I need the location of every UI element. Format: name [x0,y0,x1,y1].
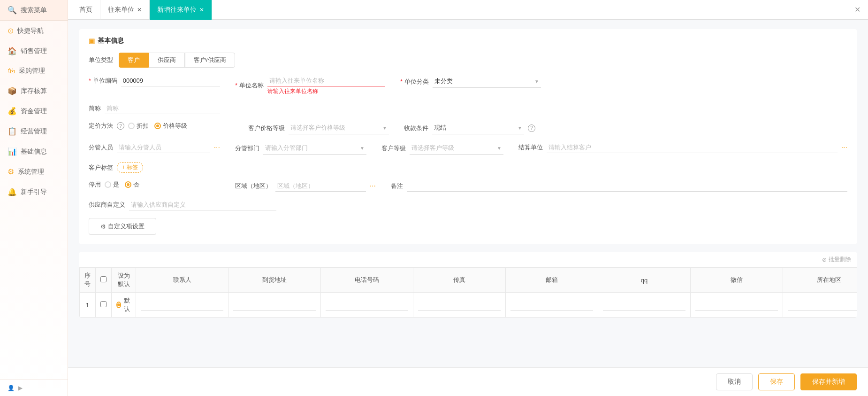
customer-level-select[interactable]: 请选择客户等级 ▼ [410,142,503,155]
sidebar-item-basic[interactable]: 📊 基础信息 [0,141,68,162]
col-address: 到货地址 [228,268,321,293]
dept-select[interactable]: 请输入分管部门 ▼ [263,142,366,155]
remark-input[interactable] [407,180,847,192]
fax-input[interactable] [418,299,501,311]
sidebar-bottom: 👤 ▶ [0,380,68,396]
tab-bar: 首页 往来单位 ✕ 新增往来单位 ✕ ✕ [68,0,868,20]
settlement-input[interactable] [547,142,838,153]
section-title-icon: ▣ [89,37,95,45]
page-content: ▣ 基本信息 单位类型 客户 供应商 客户/供应商 单位编码 [68,20,868,367]
close-new-partner-tab[interactable]: ✕ [199,7,204,13]
unit-type-customer[interactable]: 客户 [119,53,149,68]
qq-input[interactable] [603,299,685,311]
customer-level-label: 客户等级 [381,144,406,153]
sales-icon: 🏠 [8,47,17,55]
region-input[interactable] [275,180,366,192]
disabled-yes[interactable]: 是 [105,180,119,189]
sidebar-item-sales[interactable]: 🏠 销售管理 [0,41,68,61]
select-all-checkbox[interactable] [100,276,107,282]
pricing-discount-radio [128,123,135,129]
col-seq: 序号 [80,268,96,293]
disabled-radio-group: 是 否 [105,180,139,189]
email-input[interactable] [510,299,593,311]
row-default[interactable]: 默认 [112,293,136,318]
phone-input[interactable] [326,299,408,311]
row-seq: 1 [80,293,96,318]
row-email[interactable] [506,293,598,318]
row-check[interactable] [96,293,112,318]
save-button[interactable]: 保存 [758,373,795,390]
settlement-more-btn[interactable]: ··· [841,143,847,152]
row-qq[interactable] [598,293,691,318]
row-fax[interactable] [413,293,506,318]
table-header-row: 序号 设为默认 联系人 到货地址 电话号码 传真 邮箱 qq 微信 所在地区 操… [80,268,857,293]
dept-label: 分管部门 [235,144,259,153]
contacts-table-section: ⊘ 批量删除 序号 设为默认 联系人 到货地址 电话号码 传真 邮箱 qq [79,252,857,318]
payment-terms-value: 现结 [434,124,516,132]
tab-new-partner[interactable]: 新增往来单位 ✕ [150,0,212,20]
custom-settings-btn[interactable]: ⚙ 自定义项设置 [89,218,156,235]
customer-price-value: 请选择客户价格等级 [290,124,381,132]
row-region[interactable] [783,293,857,318]
row-wechat[interactable] [691,293,783,318]
row-phone[interactable] [321,293,413,318]
payment-terms-select[interactable]: 现结 ▼ [432,122,524,134]
manager-input[interactable] [117,142,210,153]
unit-name-input[interactable] [267,75,385,86]
add-tag-btn[interactable]: + 标签 [117,162,143,173]
unit-type-both[interactable]: 客户/供应商 [185,53,235,68]
supplier-custom-input[interactable] [129,199,276,210]
settlement-label: 结算单位 [518,143,543,152]
unit-type-supplier[interactable]: 供应商 [149,53,185,68]
row-checkbox[interactable] [100,301,107,307]
pricing-discount[interactable]: 折扣 [128,122,149,130]
contact-input[interactable] [141,299,223,311]
section-title: ▣ 基本信息 [89,37,847,45]
home-icon: ⊙ [8,26,14,35]
unit-category-select[interactable]: 未分类 ▼ [433,75,541,88]
disabled-row: 停用 是 否 区域（地区） [89,180,847,192]
unit-category-value: 未分类 [434,77,533,85]
manager-more-btn[interactable]: ··· [214,143,220,152]
customer-price-select[interactable]: 请选择客户价格等级 ▼ [289,122,389,134]
col-check[interactable] [96,268,112,293]
sidebar-item-guide[interactable]: 🔔 新手引导 [0,182,68,202]
sidebar-item-finance[interactable]: 💰 资金管理 [0,101,68,121]
table-header: 序号 设为默认 联系人 到货地址 电话号码 传真 邮箱 qq 微信 所在地区 操… [80,268,857,293]
cancel-button[interactable]: 取消 [716,373,753,390]
pricing-help-icon[interactable]: ? [117,122,124,130]
contacts-table: 序号 设为默认 联系人 到货地址 电话号码 传真 邮箱 qq 微信 所在地区 操… [79,267,857,318]
col-qq: qq [598,268,691,293]
unit-category-label: 单位分类 [400,78,429,86]
region-label: 区域（地区） [235,182,272,190]
close-all-tabs[interactable]: ✕ [851,5,864,14]
row-address[interactable] [228,293,321,318]
batch-delete-icon: ⊘ [822,256,827,263]
pricing-level[interactable]: 价格等级 [154,122,187,130]
row-contact[interactable] [136,293,228,318]
disabled-no[interactable]: 否 [125,180,139,189]
sidebar-item-quick-nav[interactable]: ⊙ 快捷导航 [0,21,68,41]
short-name-input[interactable] [105,103,220,114]
region-row-input[interactable] [788,299,857,311]
pricing-row: 定价方法 ? 折扣 价格等级 客户价格等级 [89,122,847,134]
save-add-button[interactable]: 保存并新增 [800,373,857,390]
batch-delete-btn[interactable]: ⊘ 批量删除 [822,256,851,264]
customer-level-chevron: ▼ [497,146,502,151]
unit-name-wrapper: 请输入往来单位名称 [267,75,385,95]
sidebar-item-inventory[interactable]: 📦 库存核算 [0,81,68,101]
sidebar-item-ops[interactable]: 📋 经营管理 [0,121,68,141]
address-input[interactable] [233,299,316,311]
dept-chevron: ▼ [360,146,365,151]
wechat-input[interactable] [695,299,778,311]
tab-home[interactable]: 首页 [72,0,100,20]
sidebar-item-system[interactable]: ⚙ 系统管理 [0,162,68,182]
close-partners-tab[interactable]: ✕ [137,7,142,13]
col-contact: 联系人 [136,268,228,293]
sidebar-item-search[interactable]: 🔍 搜索菜单 [0,0,68,21]
payment-help-icon[interactable]: ? [528,124,535,132]
unit-code-input[interactable] [121,75,220,86]
tab-partners[interactable]: 往来单位 ✕ [100,0,150,20]
sidebar-item-purchase[interactable]: 🛍 采购管理 [0,61,68,81]
region-more-btn[interactable]: ··· [370,182,376,190]
